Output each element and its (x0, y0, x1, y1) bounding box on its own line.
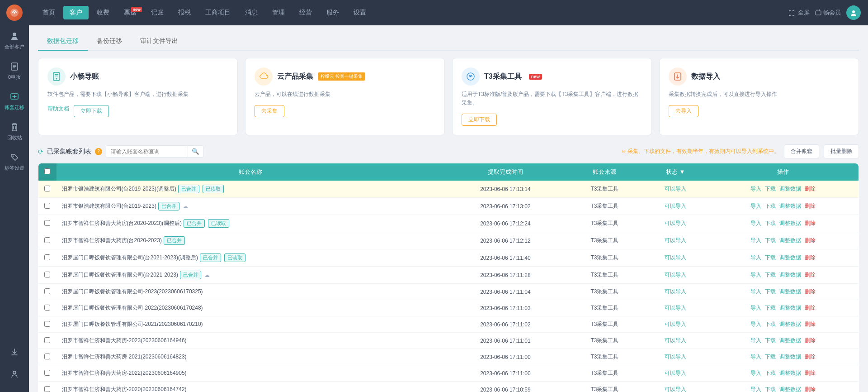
action-调整数据[interactable]: 调整数据 (779, 237, 801, 244)
sidebar-item-all-customers[interactable]: 全部客户 (0, 25, 29, 56)
action-调整数据[interactable]: 调整数据 (779, 220, 801, 227)
action-下载[interactable]: 下载 (765, 185, 776, 193)
select-all-checkbox[interactable] (44, 168, 50, 174)
action-下载[interactable]: 下载 (765, 288, 776, 296)
action-调整数据[interactable]: 调整数据 (779, 320, 801, 328)
row-checkbox[interactable] (44, 203, 50, 209)
action-删除[interactable]: 删除 (805, 288, 816, 296)
sidebar-item-download[interactable] (0, 341, 29, 363)
action-删除[interactable]: 删除 (805, 386, 816, 392)
tab-data-migration[interactable]: 数据包迁移 (38, 33, 88, 51)
sidebar-item-account-migration[interactable]: 账套迁移 (0, 86, 29, 116)
action-调整数据[interactable]: 调整数据 (779, 304, 801, 312)
fullscreen-btn[interactable]: 全屏 (788, 9, 810, 17)
action-删除[interactable]: 删除 (805, 320, 816, 328)
nav-settings[interactable]: 设置 (347, 6, 373, 19)
nav-management[interactable]: 管理 (266, 6, 291, 19)
action-导入[interactable]: 导入 (750, 288, 761, 296)
user-avatar[interactable] (846, 5, 861, 20)
action-导入[interactable]: 导入 (750, 353, 761, 361)
action-调整数据[interactable]: 调整数据 (779, 386, 801, 392)
action-导入[interactable]: 导入 (750, 237, 761, 244)
member-btn[interactable]: 畅会员 (815, 9, 841, 17)
app-logo[interactable] (0, 0, 29, 25)
action-调整数据[interactable]: 调整数据 (779, 288, 801, 296)
help-doc-btn[interactable]: 帮助文档 (47, 105, 69, 117)
nav-customer[interactable]: 客户 (63, 6, 89, 19)
row-checkbox[interactable] (44, 186, 50, 191)
action-删除[interactable]: 删除 (805, 369, 816, 377)
action-导入[interactable]: 导入 (750, 386, 761, 392)
action-导入[interactable]: 导入 (750, 337, 761, 344)
row-checkbox[interactable] (44, 370, 50, 376)
tab-backup-migration[interactable]: 备份迁移 (88, 33, 131, 51)
action-导入[interactable]: 导入 (750, 320, 761, 328)
action-删除[interactable]: 删除 (805, 220, 816, 227)
row-checkbox[interactable] (44, 321, 50, 327)
col-status[interactable]: 状态 ▼ (643, 163, 708, 181)
list-info-icon[interactable]: ? (95, 148, 102, 155)
row-checkbox[interactable] (44, 237, 50, 243)
row-checkbox[interactable] (44, 386, 50, 392)
row-checkbox[interactable] (44, 288, 50, 294)
nav-message[interactable]: 消息 (239, 6, 264, 19)
nav-accounting[interactable]: 记账 (145, 6, 170, 19)
sidebar-item-tag-settings[interactable]: 标签设置 (0, 147, 29, 177)
action-下载[interactable]: 下载 (765, 202, 776, 210)
action-调整数据[interactable]: 调整数据 (779, 271, 801, 279)
action-删除[interactable]: 删除 (805, 237, 816, 244)
row-checkbox[interactable] (44, 272, 50, 277)
sidebar-item-profile[interactable] (0, 363, 29, 385)
action-删除[interactable]: 删除 (805, 202, 816, 210)
nav-home[interactable]: 首页 (36, 6, 61, 19)
action-删除[interactable]: 删除 (805, 304, 816, 312)
action-导入[interactable]: 导入 (750, 185, 761, 193)
action-导入[interactable]: 导入 (750, 202, 761, 210)
action-删除[interactable]: 删除 (805, 185, 816, 193)
action-删除[interactable]: 删除 (805, 337, 816, 344)
action-下载[interactable]: 下载 (765, 304, 776, 312)
row-checkbox[interactable] (44, 220, 50, 226)
nav-tax[interactable]: 报税 (172, 6, 197, 19)
action-调整数据[interactable]: 调整数据 (779, 254, 801, 262)
go-collect-btn[interactable]: 去采集 (255, 105, 284, 117)
batch-delete-btn[interactable]: 批量删除 (824, 144, 859, 158)
action-下载[interactable]: 下载 (765, 254, 776, 262)
action-调整数据[interactable]: 调整数据 (779, 353, 801, 361)
action-调整数据[interactable]: 调整数据 (779, 369, 801, 377)
search-input[interactable] (106, 146, 188, 157)
action-下载[interactable]: 下载 (765, 237, 776, 244)
action-导入[interactable]: 导入 (750, 304, 761, 312)
action-调整数据[interactable]: 调整数据 (779, 202, 801, 210)
nav-billing[interactable]: 收费 (90, 6, 116, 19)
action-删除[interactable]: 删除 (805, 271, 816, 279)
tab-audit-export[interactable]: 审计文件导出 (131, 33, 187, 51)
action-下载[interactable]: 下载 (765, 353, 776, 361)
sidebar-item-trash[interactable]: 回收站 (0, 116, 29, 147)
action-调整数据[interactable]: 调整数据 (779, 337, 801, 344)
action-下载[interactable]: 下载 (765, 220, 776, 227)
action-下载[interactable]: 下载 (765, 369, 776, 377)
action-导入[interactable]: 导入 (750, 220, 761, 227)
row-checkbox[interactable] (44, 254, 50, 260)
go-import-btn[interactable]: 去导入 (669, 105, 698, 117)
action-删除[interactable]: 删除 (805, 353, 816, 361)
nav-business[interactable]: 工商项目 (199, 6, 237, 19)
row-checkbox[interactable] (44, 337, 50, 343)
action-调整数据[interactable]: 调整数据 (779, 185, 801, 193)
action-导入[interactable]: 导入 (750, 254, 761, 262)
refresh-icon[interactable]: ⟳ (38, 148, 43, 155)
action-下载[interactable]: 下载 (765, 386, 776, 392)
row-checkbox[interactable] (44, 305, 50, 311)
merge-accounts-btn[interactable]: 合并账套 (784, 144, 819, 158)
sidebar-item-zero-report[interactable]: 0申报 (0, 56, 29, 86)
nav-service[interactable]: 服务 (320, 6, 345, 19)
nav-operation[interactable]: 经营 (293, 6, 318, 19)
action-导入[interactable]: 导入 (750, 369, 761, 377)
action-删除[interactable]: 删除 (805, 254, 816, 262)
search-button[interactable]: 🔍 (188, 146, 203, 157)
action-下载[interactable]: 下载 (765, 320, 776, 328)
action-下载[interactable]: 下载 (765, 337, 776, 344)
t3-download-btn[interactable]: 立即下载 (462, 114, 497, 126)
action-下载[interactable]: 下载 (765, 271, 776, 279)
